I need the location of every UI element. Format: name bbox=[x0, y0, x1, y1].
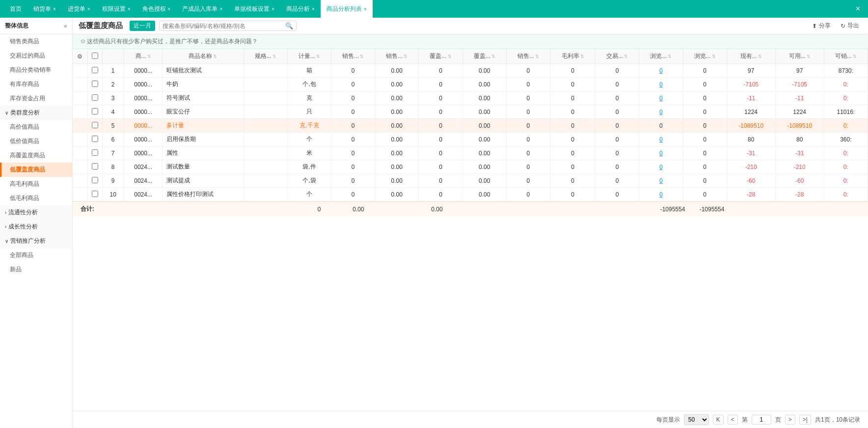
row-browse1[interactable]: 0 bbox=[639, 146, 683, 160]
column-header-unit[interactable]: 计量... ⇅ bbox=[287, 49, 331, 64]
sidebar-item-category-rate[interactable]: 商品分类动销率 bbox=[0, 63, 72, 77]
row-browse1[interactable]: 0 bbox=[639, 64, 683, 78]
nav-item-product-analysis[interactable]: 商品分析 × bbox=[280, 0, 321, 18]
export-button[interactable]: ↻ 导出 bbox=[838, 21, 862, 31]
sidebar-collapse-button[interactable]: « bbox=[64, 23, 67, 29]
row-browse1[interactable]: 0 bbox=[639, 133, 683, 146]
column-header-name[interactable]: 商品名称 ⇅ bbox=[163, 49, 244, 64]
row-checkbox[interactable] bbox=[87, 91, 102, 105]
row-settings[interactable] bbox=[73, 160, 87, 174]
row-name[interactable]: 符号测试 bbox=[163, 91, 244, 105]
row-settings[interactable] bbox=[73, 146, 87, 160]
close-icon[interactable]: × bbox=[364, 6, 367, 12]
row-browse1[interactable]: 0 bbox=[639, 160, 683, 174]
row-settings[interactable] bbox=[73, 105, 87, 119]
share-button[interactable]: ⬆ 分享 bbox=[809, 21, 834, 31]
row-name[interactable]: 牛奶 bbox=[163, 78, 244, 91]
sidebar-item-in-stock[interactable]: 有库存商品 bbox=[0, 77, 72, 91]
page-input[interactable] bbox=[752, 415, 771, 425]
row-browse1[interactable]: 0 bbox=[639, 188, 683, 201]
sidebar-item-low-value[interactable]: 低价值商品 bbox=[0, 134, 72, 148]
nav-item-product-analysis-list[interactable]: 商品分析列表 × bbox=[321, 0, 373, 18]
column-header-coverage-rate[interactable]: 覆盖... ⇅ bbox=[462, 49, 506, 64]
nav-item-sales[interactable]: 销货单 × bbox=[27, 0, 62, 18]
row-browse1[interactable]: 0 bbox=[639, 78, 683, 91]
row-name[interactable]: 属性 bbox=[163, 146, 244, 160]
row-browse1[interactable]: 0 bbox=[639, 119, 683, 133]
sidebar-item-stock-capital[interactable]: 库存资金占用 bbox=[0, 91, 72, 106]
sidebar-item-high-margin[interactable]: 高毛利商品 bbox=[0, 177, 72, 191]
column-header-checkbox[interactable] bbox=[87, 49, 102, 64]
sidebar-group-circulation[interactable]: › 流通性分析 bbox=[0, 205, 72, 220]
row-browse1[interactable]: 0 bbox=[639, 105, 683, 119]
row-checkbox[interactable] bbox=[87, 146, 102, 160]
row-name[interactable]: 测试提成 bbox=[163, 174, 244, 188]
sidebar-group-marketing[interactable]: ∨ 营销推广分析 bbox=[0, 234, 72, 248]
row-checkbox[interactable] bbox=[87, 188, 102, 201]
row-settings[interactable] bbox=[73, 78, 87, 91]
close-all-button[interactable]: × bbox=[852, 4, 864, 13]
column-header-coverage-customers[interactable]: 覆盖... ⇅ bbox=[419, 49, 462, 64]
row-checkbox[interactable] bbox=[87, 119, 102, 133]
row-checkbox[interactable] bbox=[87, 133, 102, 146]
row-name[interactable]: 眼宝公仔 bbox=[163, 105, 244, 119]
column-header-spec[interactable]: 规格... ⇅ bbox=[244, 49, 287, 64]
nav-item-permissions[interactable]: 权限设置 × bbox=[96, 0, 136, 18]
close-icon[interactable]: × bbox=[168, 6, 171, 12]
row-checkbox[interactable] bbox=[87, 105, 102, 119]
sidebar-item-traded-goods[interactable]: 交易过的商品 bbox=[0, 49, 72, 63]
row-settings[interactable] bbox=[73, 64, 87, 78]
column-header-browse1[interactable]: 浏览... ⇅ bbox=[639, 49, 683, 64]
column-header-sales-qty[interactable]: 销售... ⇅ bbox=[331, 49, 375, 64]
sidebar-item-high-coverage[interactable]: 高覆盖度商品 bbox=[0, 148, 72, 163]
row-settings[interactable] bbox=[73, 188, 87, 201]
sidebar-group-growth[interactable]: › 成长性分析 bbox=[0, 220, 72, 234]
close-icon[interactable]: × bbox=[87, 6, 90, 12]
sidebar-item-sales-goods[interactable]: 销售类商品 bbox=[0, 34, 72, 49]
search-input[interactable] bbox=[163, 23, 285, 29]
sidebar-item-all-goods[interactable]: 全部商品 bbox=[0, 248, 72, 262]
sidebar-item-new-goods[interactable]: 新品 bbox=[0, 262, 72, 277]
column-header-sales-days[interactable]: 销售... ⇅ bbox=[506, 49, 550, 64]
close-icon[interactable]: × bbox=[53, 6, 56, 12]
gear-icon[interactable]: ⚙ bbox=[77, 53, 82, 60]
row-checkbox[interactable] bbox=[87, 160, 102, 174]
row-name[interactable]: 多计量 bbox=[163, 119, 244, 133]
select-all-checkbox[interactable] bbox=[92, 53, 98, 59]
nav-item-template[interactable]: 单据模板设置 × bbox=[228, 0, 280, 18]
sidebar-item-low-margin[interactable]: 低毛利商品 bbox=[0, 191, 72, 205]
close-icon[interactable]: × bbox=[271, 6, 274, 12]
column-header-current-stock[interactable]: 现有... ⇅ bbox=[727, 49, 775, 64]
close-icon[interactable]: × bbox=[312, 6, 315, 12]
close-icon[interactable]: × bbox=[128, 6, 131, 12]
search-icon[interactable]: 🔍 bbox=[285, 22, 293, 29]
row-settings[interactable] bbox=[73, 119, 87, 133]
first-page-button[interactable]: K bbox=[713, 415, 724, 425]
column-header-saleable[interactable]: 可销... ⇅ bbox=[824, 49, 868, 64]
nav-item-finished-goods[interactable]: 产成品入库单 × bbox=[176, 0, 228, 18]
row-browse1[interactable]: 0 bbox=[639, 91, 683, 105]
column-header-transactions[interactable]: 交易... ⇅ bbox=[596, 49, 639, 64]
next-page-button[interactable]: > bbox=[785, 415, 795, 425]
column-header-settings[interactable]: ⚙ bbox=[73, 49, 87, 64]
row-checkbox[interactable] bbox=[87, 174, 102, 188]
column-header-browse2[interactable]: 浏览... ⇅ bbox=[683, 49, 727, 64]
row-browse1[interactable]: 0 bbox=[639, 174, 683, 188]
nav-item-purchase[interactable]: 进货单 × bbox=[62, 0, 96, 18]
row-name[interactable]: 旺铺批次测试 bbox=[163, 64, 244, 78]
column-header-sales-amount[interactable]: 销售... ⇅ bbox=[375, 49, 419, 64]
row-settings[interactable] bbox=[73, 174, 87, 188]
sidebar-item-low-coverage[interactable]: 低覆盖度商品 bbox=[0, 163, 72, 177]
per-page-select[interactable]: 50 100 200 bbox=[684, 414, 709, 425]
sidebar-group-cluster-analysis[interactable]: ∨ 类群度分析 bbox=[0, 106, 72, 120]
nav-item-home[interactable]: 首页 bbox=[4, 0, 27, 18]
period-button[interactable]: 近一月 bbox=[130, 21, 155, 31]
row-settings[interactable] bbox=[73, 133, 87, 146]
row-checkbox[interactable] bbox=[87, 78, 102, 91]
row-settings[interactable] bbox=[73, 91, 87, 105]
column-header-available[interactable]: 可用... ⇅ bbox=[775, 49, 824, 64]
row-name[interactable]: 测试数量 bbox=[163, 160, 244, 174]
prev-page-button[interactable]: < bbox=[728, 415, 738, 425]
close-icon[interactable]: × bbox=[219, 6, 222, 12]
row-name[interactable]: 启用保质期 bbox=[163, 133, 244, 146]
